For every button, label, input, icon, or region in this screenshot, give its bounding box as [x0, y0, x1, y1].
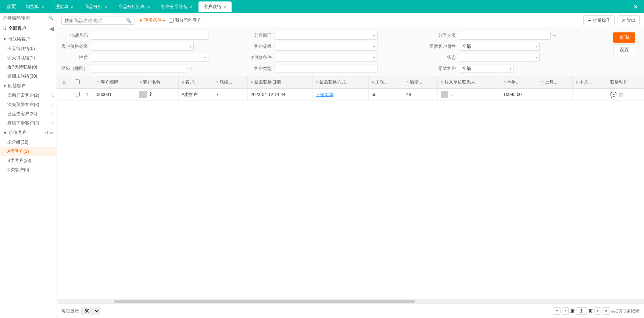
sidebar-collapse-icon[interactable]: ◀: [50, 26, 54, 32]
filter-dept-select[interactable]: [275, 31, 378, 40]
sidebar: 🔍 ⠿ 全部客户 ◀ ▼ 待联络客户 今天待联络(0) 明天待联络(1) 近7天…: [0, 13, 57, 318]
sort-icon-last-month: ⇅: [541, 80, 544, 84]
sidebar-item-churn-warning[interactable]: 流失预警客户(3) ℹ: [0, 100, 57, 109]
select-all-checkbox[interactable]: [75, 80, 80, 84]
filter-nature-select[interactable]: [91, 53, 208, 62]
filter-manager-dots[interactable]: ···: [551, 33, 559, 38]
th-gear[interactable]: ⚙: [57, 76, 72, 89]
sidebar-item-a-class[interactable]: A类客户(1): [0, 147, 57, 156]
page-number-input[interactable]: [576, 307, 587, 315]
last-page-button[interactable]: »: [602, 307, 610, 315]
tab-sales-order[interactable]: 销货单 ✕: [21, 1, 49, 12]
th-last-month[interactable]: ⇅上月...: [538, 76, 573, 89]
filter-customer-type-label: 客户类型: [245, 66, 275, 72]
row-last-method[interactable]: 下销货单: [312, 89, 368, 101]
sort-icon-this-month: ⇅: [576, 80, 579, 84]
batch-operation-button[interactable]: ☰ 批量操作: [583, 15, 615, 25]
sidebar-search-input[interactable]: [3, 15, 47, 21]
top-actions: ☰ 批量操作 ↗ 导出: [583, 15, 640, 25]
filter-customer-level-select[interactable]: [275, 42, 378, 51]
th-type[interactable]: ⇅客户...: [179, 76, 213, 89]
tab-customer-contact[interactable]: 客户联络 ✕: [198, 1, 232, 12]
more-filters-label: 更多条件: [144, 17, 162, 24]
section-problem-customers[interactable]: ▼ 问题客户: [0, 81, 57, 91]
tab-sales-order-label: 销货单: [26, 4, 39, 10]
filter-region-input[interactable]: [91, 64, 186, 73]
th-actions: 联络动作: [607, 76, 644, 89]
export-button[interactable]: ↗ 导出: [618, 15, 640, 25]
query-button[interactable]: 查询: [613, 32, 635, 43]
th-no-contact[interactable]: ⇅未联...: [368, 76, 403, 89]
nav-home[interactable]: 首页: [3, 2, 20, 11]
filter-price-level-select[interactable]: [91, 42, 194, 51]
prev-page-button[interactable]: ‹: [562, 307, 569, 315]
close-all-button[interactable]: ✕: [630, 3, 641, 10]
filter-region-dots[interactable]: ···: [186, 66, 194, 71]
sidebar-item-declining[interactable]: 持续下滑客户(2) ℹ: [0, 119, 57, 128]
more-filters-btn[interactable]: ▼ 更多条件 ▾: [139, 17, 165, 24]
sort-icon-no-contact: ⇅: [372, 80, 375, 84]
th-code[interactable]: ⇅客户编码: [94, 76, 136, 89]
filter-retail-attr-select[interactable]: 全部: [459, 42, 540, 51]
tab-customer-segment[interactable]: 客户分层经营 ✕: [156, 1, 198, 12]
sidebar-item-today[interactable]: 今天待联络(0): [0, 44, 57, 53]
row-select-checkbox[interactable]: [75, 92, 80, 96]
filter-payment-label: 收付款条件: [245, 54, 275, 61]
tab-product-analysis-list[interactable]: 商品分析列表 ✕: [113, 1, 155, 12]
sidebar-item-repurchase-label: 回购异常客户(2): [7, 92, 39, 99]
action-message-icon[interactable]: 💬: [610, 92, 616, 98]
filter-manager-input[interactable]: [459, 31, 551, 40]
sidebar-item-churned[interactable]: 已流失客户(24) ℹ: [0, 109, 57, 119]
tab-product-analysis-list-close[interactable]: ✕: [147, 5, 150, 9]
my-customers-check[interactable]: [169, 18, 173, 23]
my-customers-checkbox[interactable]: 我分管的客户: [169, 17, 201, 24]
refresh-icon[interactable]: ↺: [45, 130, 49, 135]
filter-status-select[interactable]: [459, 53, 540, 62]
filter-payment-wrapper: [275, 53, 378, 62]
th-this-year[interactable]: ⇅本年...: [500, 76, 538, 89]
settings-button[interactable]: 设置: [613, 44, 635, 55]
th-last-date[interactable]: ⇅最后联络日期: [247, 76, 312, 89]
tab-purchase-order[interactable]: 进货单 ✕: [50, 1, 79, 12]
filter-retail-customer-select[interactable]: 全部: [459, 64, 514, 73]
th-index: [83, 76, 94, 89]
sidebar-item-tomorrow[interactable]: 明天待联络(1): [0, 53, 57, 63]
sidebar-item-b-class[interactable]: B类客户(33): [0, 156, 57, 165]
sidebar-item-7days[interactable]: 近7天待联络(0): [0, 63, 57, 72]
batch-label: 批量操作: [593, 17, 611, 24]
tab-product-analysis[interactable]: 商品分析 ✕: [79, 1, 112, 12]
filter-bar: 🔍 ▼ 更多条件 ▾ 我分管的客户 ☰ 批量操作: [57, 13, 644, 28]
th-this-month[interactable]: ⇅本月...: [573, 76, 607, 89]
filter-search-input[interactable]: [65, 18, 125, 23]
first-page-button[interactable]: «: [553, 307, 561, 315]
sidebar-item-c-class[interactable]: C类客户(6): [0, 165, 57, 174]
sidebar-item-ungrouped[interactable]: 未分组(32): [0, 138, 57, 147]
filter-search-icon[interactable]: 🔍: [126, 18, 132, 23]
tab-customer-segment-close[interactable]: ✕: [190, 5, 193, 9]
tab-purchase-order-close[interactable]: ✕: [71, 5, 74, 9]
th-overdue[interactable]: ⇅逾期...: [403, 76, 437, 89]
horizontal-scrollbar[interactable]: [57, 299, 644, 304]
sidebar-item-overdue[interactable]: 逾期未联络(30): [0, 72, 57, 81]
th-last-method[interactable]: ⇅最后联络方式: [312, 76, 368, 89]
edit-icon[interactable]: ✏: [50, 130, 54, 135]
sidebar-item-declining-label: 持续下滑客户(2): [7, 120, 39, 126]
next-page-button[interactable]: ›: [594, 307, 601, 315]
action-grid-icon[interactable]: ⊞: [619, 92, 623, 98]
sort-icon-contact: ⇅: [216, 80, 219, 84]
sidebar-search-icon[interactable]: 🔍: [48, 15, 54, 21]
filter-phone-input[interactable]: [91, 31, 208, 40]
section-pending-contact[interactable]: ▼ 待联络客户: [0, 34, 57, 44]
th-name[interactable]: ⇅客户名称: [136, 76, 178, 89]
th-contact[interactable]: ⇅联络...: [213, 76, 247, 89]
page-size-select[interactable]: 50 100 200: [81, 307, 100, 315]
filter-payment-select[interactable]: [275, 53, 378, 62]
th-company-contact[interactable]: ⇅往来单位联系人: [437, 76, 500, 89]
tab-sales-order-close[interactable]: ✕: [41, 5, 44, 9]
section-value-customers[interactable]: ▼ 价值客户 ↺ ✏: [0, 128, 57, 138]
sidebar-all-customers[interactable]: ⠿ 全部客户 ◀: [0, 23, 57, 34]
tab-product-analysis-close[interactable]: ✕: [104, 5, 107, 9]
tab-customer-contact-close[interactable]: ✕: [223, 5, 226, 9]
filter-customer-type-input[interactable]: [275, 64, 378, 73]
sidebar-item-repurchase-abnormal[interactable]: 回购异常客户(2) ℹ: [0, 91, 57, 100]
